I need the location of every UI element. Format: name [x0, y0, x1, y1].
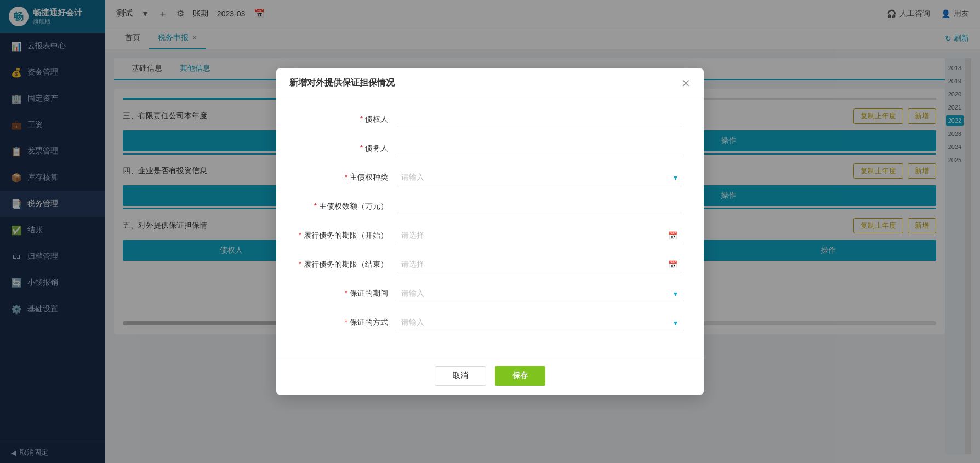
save-button[interactable]: 保存 [495, 366, 545, 386]
debtor-label: * 债务人 [298, 144, 397, 153]
debt-type-label: * 主债权种类 [298, 173, 397, 182]
required-mark-8: * [345, 318, 347, 327]
period-end-control: 📅 [397, 256, 682, 272]
creditor-label: * 债权人 [298, 115, 397, 124]
period-end-label: * 履行债务的期限（结束） [298, 260, 397, 270]
modal-dialog: 新增对外提供保证担保情况 ✕ * 债权人 * 债务人 [276, 68, 704, 395]
guarantee-period-input[interactable] [397, 285, 682, 301]
period-end-input[interactable] [397, 256, 682, 272]
form-row-guarantee-period: * 保证的期间 ▾ [298, 285, 682, 301]
required-mark-6: * [299, 260, 301, 268]
period-start-label: * 履行债务的期限（开始） [298, 231, 397, 241]
form-row-creditor: * 债权人 [298, 111, 682, 127]
form-row-debt-type: * 主债权种类 ▾ [298, 169, 682, 185]
debt-amount-label: * 主债权数额（万元） [298, 202, 397, 212]
form-row-period-start: * 履行债务的期限（开始） 📅 [298, 227, 682, 243]
form-row-period-end: * 履行债务的期限（结束） 📅 [298, 256, 682, 272]
guarantee-period-label: * 保证的期间 [298, 289, 397, 299]
period-start-input[interactable] [397, 227, 682, 243]
modal-title: 新增对外提供保证担保情况 [289, 77, 395, 89]
debtor-control [397, 140, 682, 156]
debt-type-input[interactable] [397, 169, 682, 185]
guarantee-method-control: ▾ [397, 315, 682, 330]
modal-overlay[interactable]: 新增对外提供保证担保情况 ✕ * 债权人 * 债务人 [0, 0, 980, 463]
debt-type-control: ▾ [397, 169, 682, 185]
modal-header: 新增对外提供保证担保情况 ✕ [276, 68, 704, 98]
debtor-input[interactable] [397, 140, 682, 156]
form-row-debtor: * 债务人 [298, 140, 682, 156]
debt-amount-control [397, 198, 682, 214]
required-mark: * [360, 115, 363, 123]
required-mark-3: * [345, 173, 347, 181]
required-mark-4: * [314, 202, 317, 210]
creditor-control [397, 111, 682, 127]
required-mark-7: * [345, 289, 347, 298]
period-start-control: 📅 [397, 227, 682, 243]
guarantee-period-control: ▾ [397, 285, 682, 301]
creditor-input[interactable] [397, 111, 682, 127]
guarantee-method-label: * 保证的方式 [298, 318, 397, 328]
required-mark-5: * [299, 231, 301, 239]
modal-footer: 取消 保存 [276, 357, 704, 395]
modal-close-btn[interactable]: ✕ [681, 78, 691, 89]
form-row-debt-amount: * 主债权数额（万元） [298, 198, 682, 214]
debt-amount-input[interactable] [397, 198, 682, 214]
form-row-guarantee-method: * 保证的方式 ▾ [298, 315, 682, 330]
cancel-button[interactable]: 取消 [435, 366, 486, 386]
modal-body: * 债权人 * 债务人 * [276, 98, 704, 357]
guarantee-method-input[interactable] [397, 315, 682, 330]
required-mark-2: * [360, 144, 363, 152]
